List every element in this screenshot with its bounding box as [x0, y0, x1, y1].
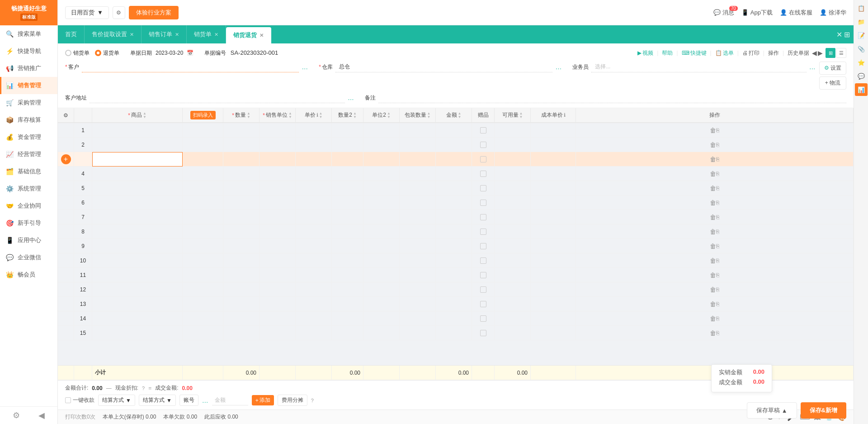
save-draft-button[interactable]: 保存草稿 ▲ [747, 402, 797, 419]
delete-btn[interactable]: 🗑 [710, 185, 716, 192]
row-1-pkg[interactable] [400, 123, 436, 138]
copy-btn[interactable]: ⎘ [716, 257, 719, 264]
delete-btn[interactable]: 🗑 [710, 170, 716, 177]
list-view-button[interactable]: ☰ [836, 48, 846, 58]
form-settings-button[interactable]: ⚙ 设置 [819, 62, 846, 75]
right-panel-btn-2[interactable]: 📁 [855, 15, 868, 28]
tab-close-icon[interactable]: ✕ [175, 32, 179, 38]
unit2-sort[interactable]: ▲▼ [387, 112, 391, 119]
gift-checkbox-2[interactable] [480, 142, 486, 148]
copy-btn[interactable]: ⎘ [716, 185, 719, 191]
row-3-cost[interactable] [531, 152, 576, 167]
row-1-cost[interactable] [531, 123, 576, 138]
summary-method-select[interactable]: 结算方式 ▼ [139, 395, 176, 406]
row-1-unit[interactable] [259, 123, 296, 138]
sidebar-item-member[interactable]: 👑 畅会员 [0, 266, 57, 283]
print-link[interactable]: 🖨 打印 [742, 49, 760, 57]
row-1-qty[interactable] [223, 123, 259, 138]
grid-view-button[interactable]: ⊞ [826, 48, 835, 58]
qty2-sort[interactable]: ▲▼ [353, 112, 357, 119]
select-link[interactable]: 📋 选单 [715, 49, 734, 57]
online-service-button[interactable]: 👤 在线客服 [780, 9, 812, 17]
copy-row-3-button[interactable]: ⎘ [716, 156, 719, 162]
unit-sort[interactable]: ▲▼ [288, 112, 292, 119]
right-panel-btn-1[interactable]: 📋 [855, 2, 868, 14]
row-2-avail[interactable] [495, 138, 531, 152]
add-button[interactable]: + 添加 [252, 395, 274, 405]
row-2-pkg[interactable] [400, 138, 436, 152]
amount-field[interactable]: 金额 [212, 395, 248, 405]
header-gear-button[interactable]: ⚙ [113, 6, 125, 19]
gift-cb[interactable] [480, 243, 486, 249]
pkg-sort[interactable]: ▲▼ [427, 112, 431, 119]
sidebar-item-enterprise[interactable]: 🤝 企业协同 [0, 197, 57, 214]
account-ellipsis[interactable]: … [202, 397, 208, 404]
address-input[interactable] [90, 92, 345, 103]
radio-delivery[interactable]: 销货单 [65, 49, 90, 57]
calendar-icon[interactable]: 📅 [187, 50, 193, 56]
sidebar-item-basic[interactable]: 🗂️ 基础信息 [0, 163, 57, 180]
gift-cb[interactable] [480, 229, 486, 235]
row-3-amount[interactable] [436, 152, 472, 167]
settlement-select[interactable]: 结算方式 ▼ [98, 395, 135, 406]
row-2-product[interactable] [92, 138, 183, 152]
copy-btn[interactable]: ⎘ [716, 200, 719, 206]
save-new-button[interactable]: 保存&新增 [801, 402, 846, 419]
experience-button[interactable]: 体验行业方案 [129, 6, 179, 19]
tab-sales-return[interactable]: 销货退货 ✕ [226, 27, 271, 43]
sidebar-item-inventory[interactable]: 📦 库存核算 [0, 111, 57, 129]
row-2-cost[interactable] [531, 138, 576, 152]
row-3-avail[interactable] [495, 152, 531, 167]
sidebar-item-search[interactable]: 🔍 搜索菜单 [0, 25, 57, 43]
message-button[interactable]: 💬 消息 70 [713, 9, 734, 17]
barcode-scan-button[interactable]: 扫码录入 [190, 111, 216, 119]
sidebar-item-appstore[interactable]: 📱 应用中心 [0, 232, 57, 249]
delete-row-3-button[interactable]: 🗑 [710, 156, 716, 163]
row-1-product[interactable] [92, 123, 183, 138]
row-3-product[interactable] [92, 152, 183, 167]
row-1-unit2[interactable] [363, 123, 400, 138]
warehouse-ellipsis[interactable]: … [555, 63, 561, 71]
amount-sort[interactable]: ▲▼ [458, 112, 462, 119]
row-1-avail[interactable] [495, 123, 531, 138]
one-click-checkbox[interactable] [65, 397, 71, 403]
sidebar-item-system[interactable]: ⚙️ 系统管理 [0, 180, 57, 197]
sidebar-item-sales[interactable]: 📊 销售管理 [0, 77, 57, 94]
delete-btn[interactable]: 🗑 [710, 300, 716, 308]
user-avatar[interactable]: 👤 徐泽华 [820, 9, 846, 17]
col-header-settings[interactable]: ⚙ [58, 108, 74, 122]
row-3-qty2[interactable] [332, 152, 363, 167]
add-row-button[interactable]: + [61, 154, 71, 164]
account-select[interactable]: 账号 [179, 395, 198, 406]
qty-sort[interactable]: ▲▼ [247, 112, 250, 119]
copy-btn[interactable]: ⎘ [716, 301, 719, 307]
gift-cb[interactable] [480, 257, 486, 264]
avail-sort[interactable]: ▲▼ [519, 112, 523, 119]
customer-input[interactable] [82, 62, 299, 72]
copy-btn[interactable]: ⎘ [716, 330, 719, 336]
row-3-gift[interactable] [472, 152, 495, 167]
tab-close-icon[interactable]: ✕ [130, 32, 134, 38]
price-info-icon[interactable]: ℹ [316, 112, 318, 118]
warehouse-input[interactable]: 总仓 [335, 62, 553, 72]
copy-btn[interactable]: ⎘ [716, 286, 719, 293]
copy-btn[interactable]: ⎘ [716, 243, 719, 249]
shortcut-link[interactable]: ⌨ 快捷键 [682, 49, 707, 57]
delete-btn[interactable]: 🗑 [710, 286, 716, 293]
app-download-button[interactable]: 📱 App下载 [741, 9, 773, 17]
right-panel-btn-5[interactable]: ⭐ [855, 56, 868, 69]
row-3-pkg[interactable] [400, 152, 436, 167]
gift-cb[interactable] [480, 330, 486, 336]
tab-sales-delivery[interactable]: 销货单 ✕ [187, 25, 226, 43]
delete-row-2-button[interactable]: 🗑 [710, 141, 716, 148]
sidebar-item-wechat[interactable]: 💬 企业微信 [0, 249, 57, 266]
add-logistics-button[interactable]: + 物流 [819, 76, 846, 90]
row-1-qty2[interactable] [332, 123, 363, 138]
copy-btn[interactable]: ⎘ [716, 229, 719, 235]
delete-btn[interactable]: 🗑 [710, 228, 716, 235]
row-3-qty[interactable] [223, 152, 259, 167]
tab-sales-order[interactable]: 销售订单 ✕ [142, 25, 187, 43]
gift-cb[interactable] [480, 315, 486, 322]
sidebar-item-purchase[interactable]: 🛒 采购管理 [0, 94, 57, 111]
right-panel-btn-3[interactable]: 📝 [855, 29, 868, 42]
